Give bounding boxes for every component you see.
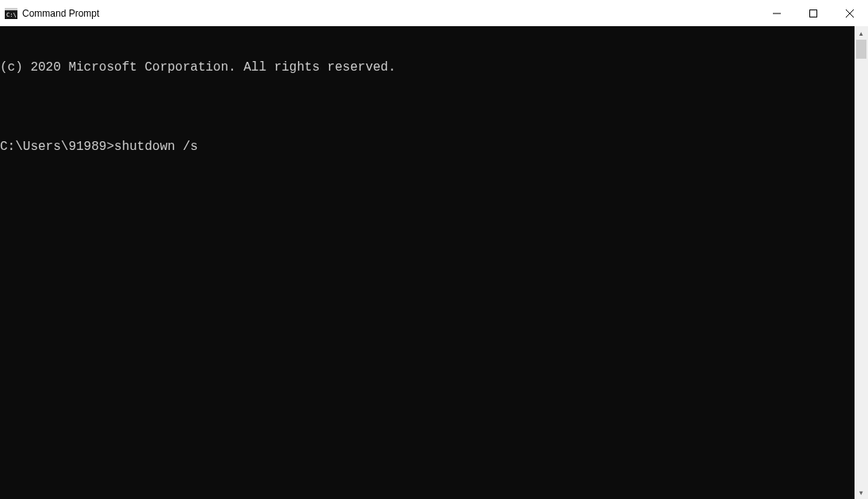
terminal-output[interactable]: (c) 2020 Microsoft Corporation. All righ… bbox=[0, 26, 855, 499]
close-icon bbox=[846, 10, 854, 17]
chevron-up-icon[interactable]: ▴ bbox=[855, 26, 868, 40]
window-title: Command Prompt bbox=[22, 8, 99, 19]
maximize-button[interactable] bbox=[795, 0, 832, 26]
scroll-thumb[interactable] bbox=[856, 40, 866, 59]
svg-rect-4 bbox=[810, 10, 817, 17]
minimize-icon bbox=[773, 10, 781, 17]
vertical-scrollbar[interactable]: ▴ ▾ bbox=[855, 26, 868, 499]
command-prompt-window: C:\ Command Prompt bbox=[0, 0, 868, 499]
titlebar[interactable]: C:\ Command Prompt bbox=[0, 0, 868, 26]
svg-rect-1 bbox=[5, 8, 17, 10]
scroll-track[interactable] bbox=[855, 40, 868, 486]
cmd-icon: C:\ bbox=[5, 7, 17, 20]
close-button[interactable] bbox=[832, 0, 868, 26]
window-controls bbox=[759, 0, 868, 26]
terminal-area: (c) 2020 Microsoft Corporation. All righ… bbox=[0, 26, 868, 499]
minimize-button[interactable] bbox=[759, 0, 795, 26]
maximize-icon bbox=[809, 10, 817, 17]
svg-text:C:\: C:\ bbox=[6, 12, 17, 18]
terminal-line: (c) 2020 Microsoft Corporation. All righ… bbox=[0, 59, 855, 75]
terminal-prompt-line: C:\Users\91989>shutdown /s bbox=[0, 139, 855, 155]
titlebar-left: C:\ Command Prompt bbox=[5, 7, 99, 20]
chevron-down-icon[interactable]: ▾ bbox=[855, 486, 868, 499]
